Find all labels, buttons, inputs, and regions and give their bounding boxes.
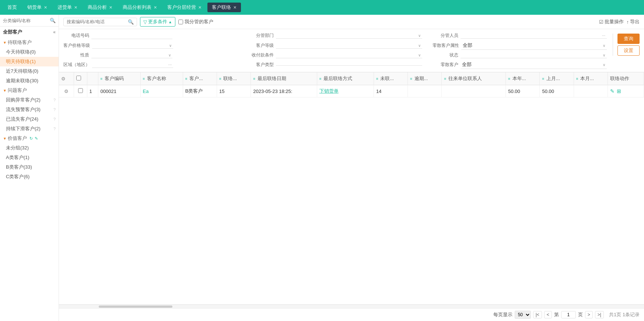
sidebar-item-declining[interactable]: 持续下滑客户(2) ? [0,124,59,134]
sidebar-item-b-class[interactable]: B类客户(33) [0,162,59,172]
filter-icon: ▽ [143,19,147,25]
sidebar-item-tomorrow-pending[interactable]: 明天待联络(1) [0,57,59,66]
search-input[interactable] [67,19,126,24]
td-actions: ✎ ⊞ [608,85,644,97]
nav-close-contact[interactable]: ✕ [233,5,237,10]
sidebar-item-a-class[interactable]: A类客户(1) [0,153,59,162]
dept-field: 分管部门 ∨ [248,32,422,39]
th-checkbox[interactable] [74,72,87,85]
sidebar-item-churn-warning[interactable]: 流失预警客户(3) ? [0,105,59,114]
td-checkbox[interactable] [74,85,87,97]
row-checkbox[interactable] [78,88,83,93]
sidebar-item-repurchase-abnormal[interactable]: 回购异常客户(2) ? [0,95,59,105]
retail-customer-chevron-icon: ∨ [603,63,605,67]
area-select[interactable]: ··· [92,62,173,68]
my-customers-checkbox-label[interactable]: 我分管的客户 [178,18,213,25]
th-gear[interactable]: ⚙ [59,72,74,85]
th-this-month[interactable]: ≡ 本月... [574,72,608,85]
horizontal-scrollbar[interactable] [59,304,644,308]
phone-input[interactable] [91,32,172,39]
help-icon-1: ? [53,98,56,102]
sidebar-item-ungrouped[interactable]: 未分组(32) [0,143,59,153]
sort-code-icon: ≡ [101,77,103,81]
nav-home[interactable]: 首页 [3,3,21,12]
export-icon: ↑ [627,19,629,25]
settings-button[interactable]: 设置 [617,45,640,56]
customer-level-select[interactable]: ∨ [276,43,422,49]
my-customers-checkbox[interactable] [178,20,183,24]
nature-select[interactable]: ∨ [91,52,172,58]
nav-customer-contact[interactable]: 客户联络 ✕ [207,3,241,12]
th-last-date[interactable]: ≡ 最后联络日期 [251,72,317,85]
edit-value-icon[interactable]: ✎ [35,136,38,141]
page-number-input[interactable] [561,311,576,318]
nav-close-purchase[interactable]: ✕ [74,5,77,10]
search-icon[interactable]: 🔍 [128,19,134,25]
sidebar-search-icon[interactable]: 🔍 [50,18,56,23]
sidebar-search-input[interactable] [3,18,48,23]
all-customers-header[interactable]: 全部客户 « [0,27,59,38]
status-select[interactable]: ∨ [461,52,607,58]
price-level-field: 客户价格等级 ∨ [63,42,238,49]
prev-page-button[interactable]: < [544,311,552,318]
sort-uncontacted-icon: ≡ [376,77,378,81]
sidebar-item-7days-pending[interactable]: 近7天待联络(0) [0,66,59,76]
batch-icon: ☑ [599,19,603,25]
th-uncontacted[interactable]: ≡ 未联... [374,72,407,85]
edit-icon[interactable]: ✎ [610,88,615,94]
nature-field: 性质 ∨ [63,52,238,58]
scroll-thumb[interactable] [99,306,172,308]
th-this-year[interactable]: ≡ 本年... [506,72,540,85]
th-last-method[interactable]: ≡ 最后联络方式 [317,72,374,85]
first-page-button[interactable]: |< [533,311,542,318]
next-page-button[interactable]: > [585,311,593,318]
query-button[interactable]: 查询 [617,34,640,44]
th-contact-count[interactable]: ≡ 联络... [217,72,251,85]
th-overdue[interactable]: ≡ 逾期... [408,72,442,85]
nav-close-segmentation[interactable]: ✕ [198,5,202,10]
price-level-select[interactable]: ∨ [92,43,173,49]
th-last-month[interactable]: ≡ 上月... [540,72,574,85]
nav-close-product-list[interactable]: ✕ [154,5,157,10]
grid-icon[interactable]: ⊞ [617,88,621,94]
last-page-button[interactable]: >| [595,311,604,318]
manager-select[interactable]: ··· [461,32,607,39]
nav-sales-order[interactable]: 销货单 ✕ [23,3,52,12]
sidebar-item-churned[interactable]: 已流失客户(24) ? [0,114,59,124]
th-type[interactable]: ≡ 客户... [183,72,217,85]
retail-customer-select[interactable]: 全部 ∨ [461,61,607,69]
nav-close-sales[interactable]: ✕ [44,5,47,10]
export-button[interactable]: ↑ 导出 [627,18,640,25]
triangle-icon-3: ▼ [3,137,7,141]
th-code[interactable]: ≡ 客户编码 [98,72,140,85]
refresh-icon[interactable]: ↻ [29,136,33,141]
nav-product-analysis-list[interactable]: 商品分析列表 ✕ [118,3,161,12]
td-this-month [574,85,608,97]
customer-type-select[interactable] [276,64,422,66]
td-last-method[interactable]: 下销货单 [317,85,374,97]
sidebar-item-c-class[interactable]: C类客户(6) [0,172,59,182]
select-all-checkbox[interactable] [76,76,81,80]
th-contact-person[interactable]: ≡ 往来单位联系人 [442,72,506,85]
gear-icon[interactable]: ⚙ [61,76,66,82]
td-gear[interactable]: ⚙ [59,85,74,97]
nav-customer-segmentation[interactable]: 客户分层经营 ✕ [163,3,206,12]
filter-row-1: 电话号码 分管部门 ∨ 分管人员 [63,32,607,39]
sidebar-item-overdue[interactable]: 逾期未联络(30) [0,76,59,86]
nav-purchase-order[interactable]: 进货单 ✕ [53,3,82,12]
payment-select[interactable]: ∨ [276,52,422,58]
dept-select[interactable]: ∨ [276,33,422,39]
filter-row-3: 性质 ∨ 收付款条件 ∨ [63,52,607,58]
th-name[interactable]: ≡ 客户名称 [140,72,183,85]
filter-bar-right: ☑ 批量操作 ↑ 导出 [599,18,640,25]
nav-product-analysis[interactable]: 商品分析 ✕ [83,3,117,12]
more-filters-button[interactable]: ▽ 更多条件 ▲ [140,17,175,27]
chevron-up-icon: ▲ [168,20,172,24]
retail-attr-select[interactable]: 全部 ∨ [461,41,607,50]
batch-operation-button[interactable]: ☑ 批量操作 [599,18,624,25]
pagination-bar: 每页显示 50 |< < 第 页 > >| 共1页 1条记录 [59,308,644,321]
per-page-select[interactable]: 50 [515,311,531,319]
sidebar-item-today-pending[interactable]: 今天待联络(0) [0,47,59,57]
nav-close-product-analysis[interactable]: ✕ [109,5,112,10]
td-name[interactable]: Ea [140,85,183,97]
